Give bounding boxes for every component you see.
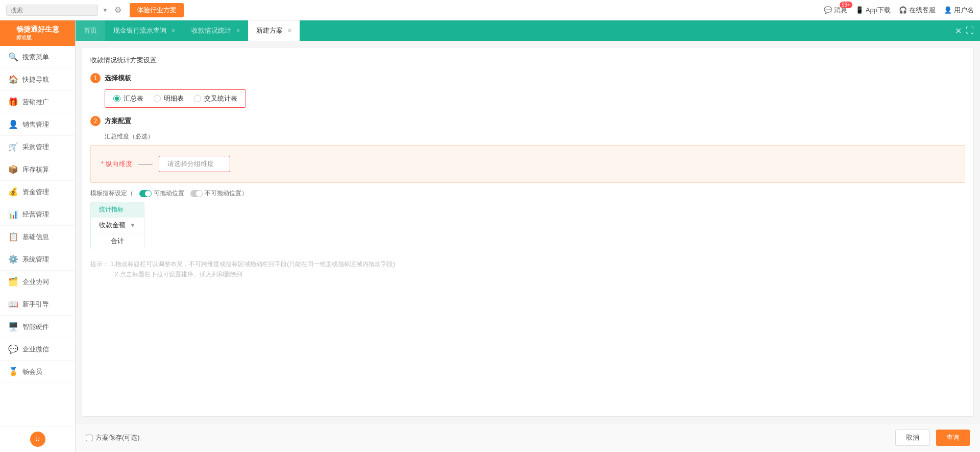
sidebar-item-operation[interactable]: 📊 经营管理 — [0, 203, 75, 226]
dimension-arrow: —— — [138, 160, 153, 168]
sidebar-item-search-menu[interactable]: 🔍 搜索菜单 — [0, 46, 75, 68]
sales-icon: 👤 — [8, 120, 18, 129]
tab-home[interactable]: 首页 — [76, 20, 105, 41]
indicator-amount-cell[interactable]: 收款金额 ▼ — [91, 217, 144, 233]
sidebar-item-system[interactable]: ⚙️ 系统管理 — [0, 248, 75, 271]
radio-crosstab[interactable]: 交叉统计表 — [194, 94, 237, 103]
sidebar-item-label: 资金管理 — [22, 187, 49, 197]
tip-line-1: 提示： 1.拖动标题栏可以调整布局，不可跨维度或指标区域拖动栏目字段(只能在同一… — [90, 259, 965, 269]
sidebar-bottom: U — [0, 426, 75, 452]
operation-icon: 📊 — [8, 209, 18, 219]
tab-bank-flow[interactable]: 现金银行流水查询 × — [105, 20, 183, 41]
bank-flow-tab-label: 现金银行流水查询 — [113, 26, 166, 35]
step1-section: 1 选择模板 汇总表 明细表 — [90, 73, 965, 108]
template-select-box: 汇总表 明细表 交叉统计表 — [105, 89, 246, 108]
content-area: 首页 现金银行流水查询 × 收款情况统计 × 新建方案 × ✕ ⛶ — [76, 20, 980, 452]
sidebar-item-purchase[interactable]: 🛒 采购管理 — [0, 136, 75, 158]
sidebar-item-enterprise-coop[interactable]: 🗂️ 企业协同 — [0, 271, 75, 293]
main-layout: 畅捷通好生意 标准版 🔍 搜索菜单 🏠 快捷导航 🎁 营销推广 👤 销售管理 🛒… — [0, 20, 980, 452]
save-plan-checkbox-input[interactable] — [86, 435, 92, 441]
sidebar-item-basic-info[interactable]: 📋 基础信息 — [0, 226, 75, 248]
step2-section: 2 方案配置 汇总维度（必选） * 纵向维度 —— 请选择分组维度 — [90, 116, 965, 279]
radio-detail-circle — [154, 95, 161, 102]
basic-info-icon: 📋 — [8, 232, 18, 242]
sidebar-item-label: 畅会员 — [22, 367, 42, 376]
unmovable-toggle: 不可拖动位置） — [190, 189, 248, 198]
industry-solution-button[interactable]: 体验行业方案 — [130, 3, 184, 17]
top-search-input[interactable] — [6, 5, 98, 16]
page-inner: 收款情况统计方案设置 1 选择模板 汇总表 明细表 — [82, 47, 974, 417]
sidebar-item-marketing[interactable]: 🎁 营销推广 — [0, 91, 75, 113]
sidebar-item-label: 企业协同 — [22, 277, 49, 287]
indicator-section-label: 模板指标设定（ — [90, 189, 133, 198]
app-download-button[interactable]: 📱 App下载 — [855, 6, 891, 15]
sidebar-item-label: 智能硬件 — [22, 322, 49, 331]
inventory-icon: 📦 — [8, 164, 18, 174]
collection-stats-tab-label: 收款情况统计 — [191, 26, 231, 35]
vip-icon: 🏅 — [8, 367, 18, 376]
collection-stats-tab-close[interactable]: × — [236, 27, 240, 34]
tip-line-2: 2.点击标题栏下拉可设置排序、插入列和删除列 — [90, 269, 965, 279]
indicator-label-row: 模板指标设定（ 可拖动位置 不可拖动位置） — [90, 189, 965, 198]
sidebar-item-label: 新手引导 — [22, 300, 49, 309]
radio-detail-label: 明细表 — [164, 94, 184, 103]
radio-summary-circle — [113, 95, 120, 102]
sidebar-item-label: 采购管理 — [22, 142, 49, 152]
indicator-table: 统计指标 收款金额 ▼ 合计 — [90, 202, 144, 249]
sidebar-item-enterprise-wechat[interactable]: 💬 企业微信 — [0, 338, 75, 361]
new-plan-tab-close[interactable]: × — [288, 27, 291, 34]
dimension-select-button[interactable]: 请选择分组维度 — [159, 156, 230, 172]
cancel-button[interactable]: 取消 — [895, 430, 930, 446]
save-plan-label: 方案保存(可选) — [95, 433, 140, 442]
sidebar-item-quick-nav[interactable]: 🏠 快捷导航 — [0, 68, 75, 91]
indicator-header-label: 统计指标 — [99, 205, 124, 214]
sidebar-item-finance[interactable]: 💰 资金管理 — [0, 181, 75, 203]
indicator-section: 模板指标设定（ 可拖动位置 不可拖动位置） — [90, 189, 965, 251]
indicator-dropdown-icon[interactable]: ▼ — [130, 222, 136, 229]
radio-summary-label: 汇总表 — [124, 94, 143, 103]
sidebar-item-label: 营销推广 — [22, 98, 49, 107]
vertical-dim-label: * 纵向维度 — [101, 159, 132, 169]
movable-toggle-on — [139, 190, 152, 197]
user-avatar: 👤 — [944, 6, 952, 14]
sidebar-item-sales[interactable]: 👤 销售管理 — [0, 113, 75, 136]
new-plan-tab-label: 新建方案 — [256, 26, 283, 35]
sidebar-item-label: 销售管理 — [22, 120, 49, 129]
top-bar: ▼ ⚙ 体验行业方案 💬 消息 99+ 📱 App下载 🎧 在线客服 👤 用户名 — [0, 0, 980, 20]
sidebar-avatar[interactable]: U — [30, 432, 45, 447]
settings-icon[interactable]: ⚙ — [114, 5, 121, 15]
user-profile[interactable]: 👤 用户名 — [944, 6, 974, 15]
bank-flow-tab-close[interactable]: × — [172, 27, 175, 34]
radio-detail[interactable]: 明细表 — [154, 94, 184, 103]
sidebar-item-smart-hardware[interactable]: 🖥️ 智能硬件 — [0, 316, 75, 338]
notification-badge: 99+ — [840, 2, 852, 8]
movable-toggle-off — [190, 190, 203, 197]
tab-collection-stats[interactable]: 收款情况统计 × — [183, 20, 248, 41]
dimension-section-label: 汇总维度（必选） — [105, 132, 965, 141]
top-search-arrow[interactable]: ▼ — [102, 7, 108, 14]
page-content: 收款情况统计方案设置 1 选择模板 汇总表 明细表 — [76, 41, 980, 452]
notification-button[interactable]: 💬 消息 99+ — [824, 6, 847, 15]
save-plan-checkbox[interactable]: 方案保存(可选) — [86, 433, 140, 442]
step1-header: 1 选择模板 — [90, 73, 965, 83]
tab-maximize-icon[interactable]: ⛶ — [966, 26, 974, 35]
finance-icon: 💰 — [8, 187, 18, 197]
page-title: 收款情况统计方案设置 — [90, 56, 965, 65]
logo-sub: 标准版 — [16, 34, 59, 41]
footer: 方案保存(可选) 取消 查询 — [76, 423, 980, 452]
tab-close-all-icon[interactable]: ✕ — [955, 26, 962, 36]
step1-title: 选择模板 — [105, 74, 131, 83]
sidebar-item-vip[interactable]: 🏅 畅会员 — [0, 361, 75, 383]
online-service-button[interactable]: 🎧 在线客服 — [899, 6, 936, 15]
query-button[interactable]: 查询 — [936, 430, 970, 446]
dimension-row: * 纵向维度 —— 请选择分组维度 — [101, 156, 954, 172]
dimension-area: * 纵向维度 —— 请选择分组维度 — [90, 145, 965, 183]
tab-new-plan[interactable]: 新建方案 × — [248, 20, 300, 41]
sidebar-item-label: 经营管理 — [22, 210, 49, 219]
indicator-header: 统计指标 — [91, 202, 144, 217]
sidebar-item-guide[interactable]: 📖 新手引导 — [0, 293, 75, 316]
marketing-icon: 🎁 — [8, 97, 18, 107]
unmovable-label: 不可拖动位置） — [205, 189, 248, 198]
sidebar-item-inventory[interactable]: 📦 库存核算 — [0, 158, 75, 181]
radio-summary[interactable]: 汇总表 — [113, 94, 143, 103]
